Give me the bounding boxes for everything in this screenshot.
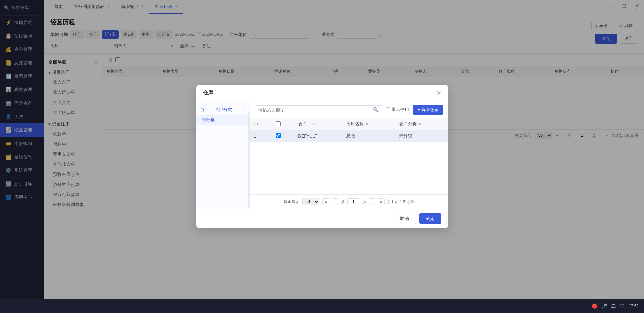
- dialog-page-end-label: 页: [362, 199, 366, 205]
- dialog-total: 共1页, 1条记录: [387, 199, 414, 205]
- col-category-sort[interactable]: ⇅: [419, 122, 421, 126]
- row-num: 1: [250, 130, 272, 142]
- dialog-per-page-select[interactable]: 50 100: [302, 198, 319, 205]
- row-category: 未分类: [395, 130, 448, 142]
- dialog-page-input[interactable]: [347, 198, 359, 205]
- dialog-page-first[interactable]: «: [322, 198, 329, 205]
- dialog-body: ⊞ 全部分类 « 未分类 🔍 显示停用: [196, 101, 448, 209]
- dialog-table-header-row: ⚙ 仓库... ⇅ 仓库名称: [250, 118, 448, 130]
- row-checkbox[interactable]: [276, 133, 281, 138]
- dialog-toolbar: 🔍 显示停用 + 新增仓库: [250, 101, 448, 118]
- dialog-per-page-label: 每页显示: [284, 199, 300, 205]
- window-titlebar: — □ ✕: [603, 0, 644, 12]
- dialog-table-row[interactable]: 1 DEFAULT 总仓 未分类: [250, 130, 448, 142]
- col-settings: ⚙: [250, 118, 272, 130]
- all-categories-icon: ⊞: [200, 107, 204, 112]
- show-disabled-wrap: 显示停用: [386, 107, 409, 113]
- dialog-page-last[interactable]: »: [378, 198, 385, 205]
- col-category-label: 仓库分类: [399, 121, 417, 126]
- dialog-header: 仓库 ✕: [196, 85, 448, 101]
- show-disabled-label: 显示停用: [392, 107, 409, 113]
- col-code-sort[interactable]: ⇅: [312, 122, 315, 126]
- row-code: DEFAULT: [294, 130, 342, 142]
- maximize-button[interactable]: □: [617, 0, 630, 12]
- taskbar-icon-1[interactable]: 🔴: [592, 303, 597, 309]
- dialog-table-wrap: ⚙ 仓库... ⇅ 仓库名称: [250, 118, 448, 194]
- row-name: 总仓: [342, 130, 395, 142]
- taskbar-icon-4[interactable]: 🛡: [620, 303, 625, 309]
- dialog-select-all-checkbox[interactable]: [276, 121, 281, 126]
- cancel-button[interactable]: 取消: [393, 213, 416, 224]
- dialog-table: ⚙ 仓库... ⇅ 仓库名称: [250, 118, 448, 142]
- dialog-search-input[interactable]: [258, 107, 371, 112]
- col-name-sort[interactable]: ⇅: [366, 122, 368, 126]
- col-check: [272, 118, 294, 130]
- minimize-button[interactable]: —: [603, 0, 617, 12]
- collapse-categories-icon[interactable]: «: [243, 108, 245, 112]
- col-name: 仓库名称 ⇅: [342, 118, 395, 130]
- dialog-pagination: 每页显示 50 100 « ‹ 算 页 › » 共1页, 1条记录: [250, 194, 448, 209]
- dialog-page-next[interactable]: ›: [369, 198, 375, 205]
- dialog-search-box: 🔍: [255, 105, 383, 114]
- category-scrollbar: [248, 111, 250, 209]
- dialog-page-label: 算: [341, 199, 345, 205]
- taskbar: 🔴 🎤 🖼 🛡 17:52: [0, 299, 644, 313]
- confirm-button[interactable]: 确定: [419, 213, 441, 224]
- dialog-close-button[interactable]: ✕: [436, 90, 441, 96]
- dialog-page-prev[interactable]: ‹: [332, 198, 338, 205]
- search-icon: 🔍: [373, 107, 379, 112]
- all-categories-label: 全部分类: [215, 107, 232, 113]
- taskbar-time: 17:52: [629, 304, 639, 308]
- dialog-title: 仓库: [203, 90, 213, 96]
- col-category: 仓库分类 ⇅: [395, 118, 448, 130]
- show-disabled-checkbox[interactable]: [386, 107, 390, 112]
- dialog-content: 🔍 显示停用 + 新增仓库 ⚙: [250, 101, 448, 209]
- category-uncategorized[interactable]: 未分类: [196, 115, 250, 125]
- col-code: 仓库... ⇅: [294, 118, 342, 130]
- warehouse-dialog: 仓库 ✕ ⊞ 全部分类 « 未分类 🔍: [196, 85, 448, 228]
- col-name-label: 仓库名称: [346, 121, 364, 126]
- col-code-label: 仓库...: [298, 121, 310, 126]
- close-button[interactable]: ✕: [630, 0, 644, 12]
- modal-overlay: 仓库 ✕ ⊞ 全部分类 « 未分类 🔍: [0, 0, 644, 313]
- dialog-footer: 取消 确定: [196, 209, 448, 228]
- row-checkbox-cell: [272, 130, 294, 142]
- table-settings-icon[interactable]: ⚙: [254, 121, 258, 127]
- category-all-header[interactable]: ⊞ 全部分类 «: [196, 105, 250, 115]
- taskbar-icon-3[interactable]: 🖼: [611, 303, 616, 309]
- taskbar-icon-2[interactable]: 🎤: [601, 303, 607, 309]
- dialog-categories: ⊞ 全部分类 « 未分类: [196, 101, 250, 209]
- add-warehouse-button[interactable]: + 新增仓库: [413, 105, 443, 115]
